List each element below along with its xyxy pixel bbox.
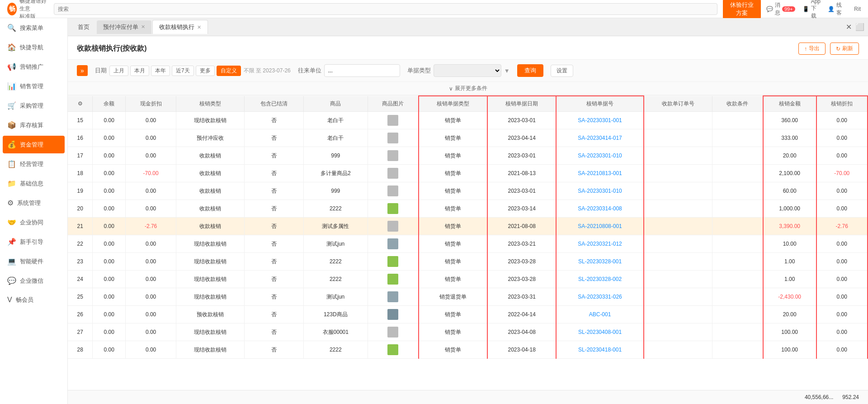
tab-home[interactable]: 首页: [71, 20, 96, 34]
row-receipt-condition: [712, 341, 763, 359]
row-balance: 0.00: [93, 253, 126, 271]
row-verify-amount: 1,000.00: [763, 200, 816, 218]
row-balance: 0.00: [93, 200, 126, 218]
sidebar-item-wechat[interactable]: 💬 企业微信: [0, 271, 67, 290]
row-product-img: [368, 288, 419, 306]
tab-prepay-close[interactable]: ✕: [141, 24, 145, 30]
tab-verify[interactable]: 收款核销执行 ✕: [152, 20, 208, 34]
row-verify-voucher-no[interactable]: SA-20230331-026: [556, 288, 643, 306]
row-balance: 0.00: [93, 288, 126, 306]
sidebar-item-sales[interactable]: 📊 销售管理: [0, 76, 67, 96]
row-product-img: [368, 253, 419, 271]
sidebar-item-collab[interactable]: 🤝 企业协同: [0, 213, 67, 232]
row-verify-voucher-date: 2023-03-01: [487, 182, 556, 200]
data-table: ⚙ 余额 现金折扣 核销类型 包含已结清 商品 商品图片 核销单据类型 核销单据…: [68, 95, 868, 359]
row-no: 27: [68, 323, 93, 341]
row-product-img: [368, 165, 419, 182]
row-verify-type: 收款核销: [176, 182, 244, 200]
row-verify-voucher-no[interactable]: SA-20230301-001: [556, 112, 643, 129]
row-verify-voucher-no[interactable]: SL-20230328-002: [556, 271, 643, 288]
row-verify-discount: 0.00: [816, 182, 868, 200]
system-icon: ⚙: [7, 199, 14, 207]
col-verify-discount: 核销折扣: [816, 96, 868, 112]
row-cash-discount: 0.00: [126, 341, 176, 359]
refresh-btn[interactable]: ↻ 刷新: [830, 43, 859, 55]
search-input[interactable]: [54, 3, 717, 15]
col-settings[interactable]: ⚙: [68, 96, 93, 112]
refresh-icon: ↻: [836, 46, 840, 52]
query-btn[interactable]: 查询: [517, 64, 543, 77]
row-verify-voucher-no[interactable]: SA-20230321-012: [556, 235, 643, 253]
counterpart-input[interactable]: [324, 64, 400, 77]
sidebar-item-system[interactable]: ⚙ 系统管理: [0, 193, 67, 213]
sidebar-item-finance[interactable]: 💰 资金管理: [3, 136, 65, 153]
row-receipt-order-no: [644, 253, 712, 271]
maximize-icon[interactable]: ⬜: [855, 23, 864, 31]
custom-date-btn[interactable]: 自定义: [217, 66, 241, 76]
row-receipt-order-no: [644, 341, 712, 359]
row-verify-voucher-type: 销货单: [419, 253, 487, 271]
voucher-type-filter: 单据类型 ▼: [407, 64, 510, 77]
row-verify-voucher-no[interactable]: SL-20230408-001: [556, 323, 643, 341]
row-include-settled: 否: [244, 235, 303, 253]
row-receipt-order-no: [644, 147, 712, 165]
sidebar-item-member[interactable]: V 畅会员: [0, 290, 67, 309]
sidebar-item-search[interactable]: 🔍 搜索菜单: [0, 18, 67, 38]
row-verify-voucher-no[interactable]: SL-20230328-001: [556, 253, 643, 271]
sidebar-item-basic[interactable]: 📁 基础信息: [0, 174, 67, 193]
row-balance: 0.00: [93, 218, 126, 235]
expand-more-btn[interactable]: ∨ 展开更多条件: [449, 85, 487, 92]
this-year-btn[interactable]: 本年: [151, 66, 170, 76]
sidebar: 🔍 搜索菜单 🏠 快捷导航 📢 营销推广 📊 销售管理 🛒 采购管理 📦 库存核…: [0, 18, 68, 404]
last-month-btn[interactable]: 上月: [109, 66, 128, 76]
app-btn[interactable]: 📱 App下载: [802, 0, 821, 20]
message-btn[interactable]: 💬 消息 99+: [766, 1, 795, 17]
row-product: 老白干: [303, 129, 368, 147]
row-include-settled: 否: [244, 147, 303, 165]
purchase-icon: 🛒: [7, 101, 16, 110]
row-verify-voucher-no[interactable]: SA-20210813-001: [556, 165, 643, 182]
this-month-btn[interactable]: 本月: [130, 66, 149, 76]
filter-expand-btn[interactable]: »: [77, 65, 88, 76]
sidebar-item-hardware[interactable]: 💻 智能硬件: [0, 252, 67, 271]
counterpart-filter: 往来单位: [298, 64, 400, 77]
close-window-icon[interactable]: ✕: [846, 23, 852, 31]
tab-verify-close[interactable]: ✕: [197, 24, 201, 30]
row-verify-discount: 0.00: [816, 341, 868, 359]
row-cash-discount: 0.00: [126, 112, 176, 129]
row-verify-voucher-date: 2021-08-13: [487, 165, 556, 182]
user-btn[interactable]: Rit: [854, 6, 861, 12]
more-date-btn[interactable]: 更多: [196, 66, 215, 76]
row-verify-voucher-no[interactable]: SA-20230301-010: [556, 182, 643, 200]
counterpart-label: 往来单位: [298, 67, 321, 75]
row-verify-voucher-no[interactable]: SA-20230414-017: [556, 129, 643, 147]
settings-btn[interactable]: 设置: [551, 65, 573, 77]
row-verify-voucher-no[interactable]: SA-20230314-008: [556, 200, 643, 218]
last-7days-btn[interactable]: 近7天: [172, 66, 194, 76]
export-btn[interactable]: ↑ 导出: [798, 43, 826, 55]
row-no: 20: [68, 200, 93, 218]
row-verify-voucher-date: 2023-04-08: [487, 323, 556, 341]
total-amount: 40,556,66...: [805, 394, 833, 400]
sidebar-item-nav[interactable]: 🏠 快捷导航: [0, 38, 67, 57]
row-include-settled: 否: [244, 271, 303, 288]
voucher-type-select[interactable]: [434, 64, 501, 77]
guide-icon: 📌: [7, 238, 16, 246]
tab-prepay[interactable]: 预付冲应付单 ✕: [97, 20, 151, 34]
sidebar-item-purchase[interactable]: 🛒 采购管理: [0, 96, 67, 115]
row-verify-voucher-type: 销货单: [419, 182, 487, 200]
sidebar-item-inventory[interactable]: 📦 库存核算: [0, 115, 67, 135]
sidebar-item-marketing[interactable]: 📢 营销推广: [0, 57, 67, 76]
sidebar-item-operations[interactable]: 📋 经营管理: [0, 154, 67, 174]
industry-btn[interactable]: 休验行业方案: [723, 0, 761, 19]
row-verify-voucher-no[interactable]: SA-20210808-001: [556, 218, 643, 235]
row-verify-voucher-type: 销货单: [419, 129, 487, 147]
row-verify-amount: 360.00: [763, 112, 816, 129]
row-verify-voucher-no[interactable]: ABC-001: [556, 306, 643, 323]
row-verify-voucher-no[interactable]: SA-20230301-010: [556, 147, 643, 165]
row-product: 老白干: [303, 112, 368, 129]
collab-icon: 🤝: [7, 218, 16, 227]
sidebar-item-guide[interactable]: 📌 新手引导: [0, 232, 67, 252]
row-verify-voucher-no[interactable]: SL-20230418-001: [556, 341, 643, 359]
row-balance: 0.00: [93, 147, 126, 165]
